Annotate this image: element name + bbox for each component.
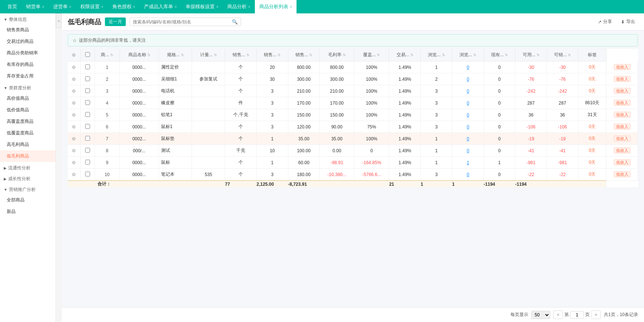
- col-sales-price[interactable]: 销售...⇅: [256, 49, 288, 61]
- close-roles-icon[interactable]: ×: [133, 5, 135, 9]
- sidebar-item-sales-goods[interactable]: 销售类商品: [0, 24, 55, 36]
- col-view1[interactable]: 浏览...⇅: [421, 49, 452, 61]
- sort-unit-icon[interactable]: ⇅: [214, 53, 217, 57]
- sidebar-item-stock-capital[interactable]: 库存资金占用: [0, 70, 55, 82]
- col-code[interactable]: 商...⇅: [94, 49, 119, 61]
- row-settings[interactable]: ⚙: [68, 145, 80, 157]
- col-checkbox[interactable]: [80, 49, 94, 61]
- row-settings[interactable]: ⚙: [68, 169, 80, 181]
- settings-icon[interactable]: ⚙: [72, 52, 76, 58]
- sidebar-item-low-gross[interactable]: 低毛利商品: [0, 150, 55, 162]
- sort-current-icon[interactable]: ⇅: [505, 53, 508, 57]
- sidebar-section-overall[interactable]: ▼ 整体信息: [0, 13, 55, 24]
- sort-price-icon[interactable]: ⇅: [278, 53, 281, 57]
- sidebar-section-growth[interactable]: ▶ 成长性分析: [0, 173, 55, 184]
- share-button[interactable]: ↗ 分享: [595, 17, 615, 26]
- next-page-button[interactable]: ＞: [591, 310, 601, 319]
- sort-avail-icon[interactable]: ⇅: [536, 53, 539, 57]
- sidebar-section-cluster[interactable]: ▼ 类群度分析: [0, 82, 55, 93]
- per-page-select[interactable]: 50 100 200: [531, 311, 550, 319]
- close-goods-analysis-icon[interactable]: ×: [248, 5, 250, 9]
- nav-products-in[interactable]: 产成品入库单 ×: [140, 0, 181, 13]
- close-products-in-icon[interactable]: ×: [174, 5, 177, 9]
- row-view1[interactable]: 0: [452, 169, 484, 181]
- sidebar-item-stock-goods[interactable]: 有库存的商品: [0, 59, 55, 70]
- close-sales-icon[interactable]: ×: [42, 5, 44, 9]
- row-checkbox[interactable]: [80, 121, 94, 133]
- row-view1[interactable]: 0: [452, 121, 484, 133]
- row-view1[interactable]: 0: [452, 133, 484, 145]
- sidebar-section-marketing[interactable]: ▼ 营销推广分析: [0, 184, 55, 194]
- sort-qty-icon[interactable]: ⇅: [246, 53, 249, 57]
- row-settings[interactable]: ⚙: [68, 97, 80, 109]
- nav-goods-analysis-list[interactable]: 商品分析列表 ×: [255, 0, 297, 13]
- nav-roles[interactable]: 角色授权 ×: [108, 0, 140, 13]
- close-purchase-icon[interactable]: ×: [69, 5, 71, 9]
- row-view1[interactable]: 0: [452, 61, 484, 73]
- close-permissions-icon[interactable]: ×: [101, 5, 103, 9]
- sort-trade-icon[interactable]: ⇅: [410, 53, 413, 57]
- row-settings[interactable]: ⚙: [68, 85, 80, 97]
- row-checkbox[interactable]: [80, 97, 94, 109]
- sidebar-item-low-coverage[interactable]: 低覆盖度商品: [0, 127, 55, 139]
- row-checkbox[interactable]: [80, 61, 94, 73]
- sort-cover-icon[interactable]: ⇅: [377, 53, 380, 57]
- col-gross-rate[interactable]: 毛利率⇅: [320, 49, 354, 61]
- sort-view1-icon[interactable]: ⇅: [442, 53, 445, 57]
- row-checkbox[interactable]: [80, 157, 94, 169]
- row-settings[interactable]: ⚙: [68, 73, 80, 85]
- sort-amount-icon[interactable]: ⇅: [309, 53, 312, 57]
- row-checkbox[interactable]: [80, 169, 94, 181]
- row-settings[interactable]: ⚙: [68, 121, 80, 133]
- nav-goods-analysis[interactable]: 商品分析 ×: [223, 0, 255, 13]
- col-available[interactable]: 可用...⇅: [515, 49, 547, 61]
- col-cover-rate[interactable]: 覆盖...⇅: [354, 49, 389, 61]
- row-view1[interactable]: 0: [452, 85, 484, 97]
- sort-name-icon[interactable]: ⇅: [147, 53, 150, 57]
- prev-page-button[interactable]: ＜: [553, 310, 563, 319]
- page-number-input[interactable]: [570, 311, 584, 319]
- table-wrapper[interactable]: ⚙ 商...⇅ 商品名称⇅ 规格...⇅ 计量...⇅ 销售...⇅ 销售...…: [68, 49, 638, 307]
- sort-code-icon[interactable]: ⇅: [110, 53, 113, 57]
- nav-template[interactable]: 单据模板设置 ×: [181, 0, 223, 13]
- col-name[interactable]: 商品名称⇅: [119, 49, 158, 61]
- search-icon[interactable]: 🔍: [232, 19, 238, 25]
- select-all-checkbox[interactable]: [85, 52, 90, 57]
- close-template-icon[interactable]: ×: [216, 5, 218, 9]
- sidebar-item-category-rate[interactable]: 商品分类助销率: [0, 47, 55, 59]
- row-settings[interactable]: ⚙: [68, 61, 80, 73]
- row-view1[interactable]: 0: [452, 145, 484, 157]
- row-view1[interactable]: 0: [452, 97, 484, 109]
- row-checkbox[interactable]: [80, 85, 94, 97]
- row-view1[interactable]: 0: [452, 73, 484, 85]
- sidebar-item-new-goods[interactable]: 新品: [0, 206, 55, 217]
- sidebar-item-all-goods[interactable]: 全部商品: [0, 194, 55, 206]
- row-view1[interactable]: 1: [452, 157, 484, 169]
- col-settings[interactable]: ⚙: [68, 49, 80, 61]
- row-checkbox[interactable]: [80, 133, 94, 145]
- search-box[interactable]: 🔍: [129, 17, 241, 26]
- nav-home[interactable]: 首页: [3, 0, 22, 13]
- col-sales-qty[interactable]: 销售...⇅: [225, 49, 257, 61]
- sidebar-item-traded-goods[interactable]: 交易过的商品: [0, 36, 55, 47]
- close-goods-list-icon[interactable]: ×: [290, 5, 292, 9]
- col-trade[interactable]: 交易...⇅: [389, 49, 421, 61]
- nav-sales[interactable]: 销货单 ×: [22, 0, 49, 13]
- col-tag[interactable]: 标签: [578, 49, 606, 61]
- sidebar-item-low-value[interactable]: 低价值商品: [0, 104, 55, 116]
- sidebar-item-high-value[interactable]: 高价值商品: [0, 93, 55, 104]
- col-saleable[interactable]: 可销...⇅: [547, 49, 579, 61]
- search-input[interactable]: [133, 19, 232, 25]
- col-unit[interactable]: 计量...⇅: [192, 49, 225, 61]
- export-button[interactable]: ⬇ 导出: [618, 17, 638, 26]
- row-settings[interactable]: ⚙: [68, 133, 80, 145]
- col-spec[interactable]: 规格...⇅: [159, 49, 192, 61]
- col-current[interactable]: 现有...⇅: [484, 49, 515, 61]
- col-sales-amount[interactable]: 销售...⇅: [288, 49, 320, 61]
- col-view2[interactable]: 浏览...⇅: [452, 49, 484, 61]
- row-checkbox[interactable]: [80, 145, 94, 157]
- sort-saleable-icon[interactable]: ⇅: [568, 53, 571, 57]
- row-settings[interactable]: ⚙: [68, 109, 80, 121]
- filter-button[interactable]: 近一月: [105, 17, 126, 26]
- nav-purchase[interactable]: 进货单 ×: [49, 0, 76, 13]
